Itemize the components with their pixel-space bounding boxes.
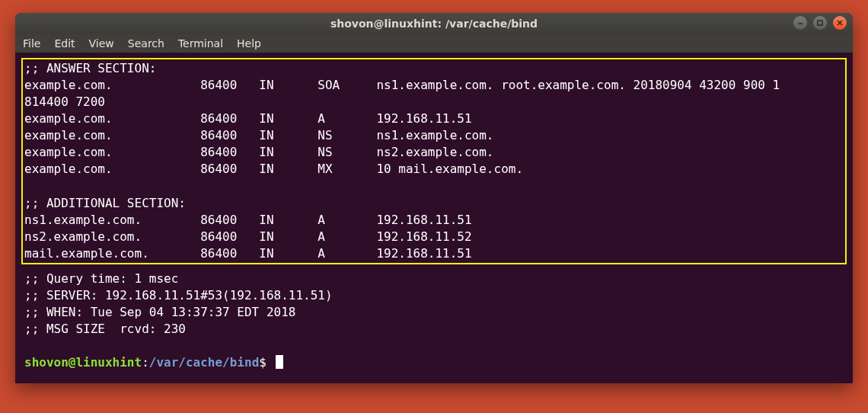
blank-line [24,178,844,195]
prompt-line[interactable]: shovon@linuxhint:/var/cache/bind$ [24,354,844,371]
close-button[interactable] [833,16,847,30]
prompt-colon: : [142,355,149,370]
footer-row: ;; MSG SIZE rcvd: 230 [24,321,844,338]
prompt-path: /var/cache/bind [149,355,260,370]
prompt-user: shovon@linuxhint [24,355,142,370]
terminal-window: shovon@linuxhint: /var/cache/bind File E… [15,13,853,383]
titlebar: shovon@linuxhint: /var/cache/bind [15,13,853,34]
answer-row: example.com. 86400 IN A 192.168.11.51 [24,110,844,127]
additional-row: ns1.example.com. 86400 IN A 192.168.11.5… [24,212,844,229]
svg-rect-1 [818,21,822,25]
additional-row: mail.example.com. 86400 IN A 192.168.11.… [24,245,844,262]
menubar: File Edit View Search Terminal Help [15,34,853,53]
window-controls [793,16,847,30]
menu-help[interactable]: Help [237,37,261,50]
menu-view[interactable]: View [89,37,114,50]
menu-edit[interactable]: Edit [54,37,75,50]
maximize-button[interactable] [813,16,827,30]
window-title: shovon@linuxhint: /var/cache/bind [330,18,538,30]
answer-row: example.com. 86400 IN SOA ns1.example.co… [24,77,844,94]
footer-row: ;; SERVER: 192.168.11.51#53(192.168.11.5… [24,287,844,304]
answer-row: 814400 7200 [24,94,844,110]
answer-row: example.com. 86400 IN MX 10 mail.example… [24,161,844,178]
answer-header: ;; ANSWER SECTION: [24,60,844,77]
minimize-button[interactable] [793,16,807,30]
menu-search[interactable]: Search [128,37,164,50]
menu-file[interactable]: File [23,37,40,50]
blank-line [24,338,844,354]
answer-row: example.com. 86400 IN NS ns2.example.com… [24,144,844,161]
terminal-body[interactable]: ;; ANSWER SECTION: example.com. 86400 IN… [15,53,853,383]
menu-terminal[interactable]: Terminal [178,37,223,50]
footer-row: ;; Query time: 1 msec [24,271,844,287]
additional-header: ;; ADDITIONAL SECTION: [24,195,844,212]
highlight-box: ;; ANSWER SECTION: example.com. 86400 IN… [21,58,847,264]
prompt-symbol: $ [259,355,266,370]
cursor-icon [276,355,283,369]
answer-row: example.com. 86400 IN NS ns1.example.com… [24,127,844,144]
footer-row: ;; WHEN: Tue Sep 04 13:37:37 EDT 2018 [24,304,844,321]
additional-row: ns2.example.com. 86400 IN A 192.168.11.5… [24,229,844,245]
